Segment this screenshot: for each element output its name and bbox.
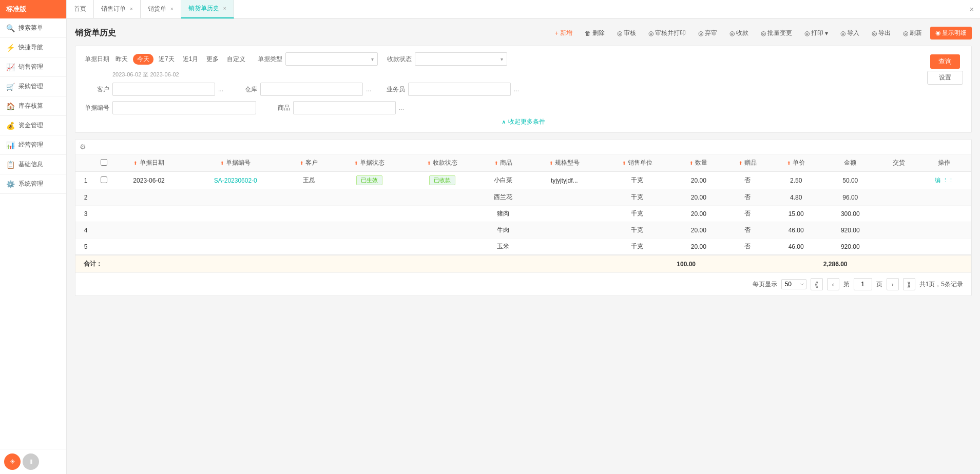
tab-sales-order-close[interactable]: × xyxy=(130,6,133,12)
cell-checkbox[interactable] xyxy=(96,172,111,189)
filter-docno-item: 单据编号 xyxy=(84,101,256,114)
select-all-checkbox[interactable] xyxy=(101,159,107,166)
prev-page-btn[interactable]: ‹ xyxy=(827,278,839,290)
collect-button[interactable]: ◎ 收款 xyxy=(725,27,753,40)
audit-button[interactable]: ◎ 审核 xyxy=(613,27,640,40)
cell-gift: 否 xyxy=(723,172,772,189)
sidebar: 标准版 🔍 搜索菜单 ⚡ 快捷导航 📈 销售管理 🛒 采购管理 🏠 库存核算 💰… xyxy=(0,0,67,474)
import-button[interactable]: ◎ 导入 xyxy=(836,27,863,40)
cell-checkbox[interactable] xyxy=(96,206,111,222)
abandon-button[interactable]: ◎ 弃审 xyxy=(694,27,721,40)
row-checkbox[interactable] xyxy=(101,176,107,183)
last-page-btn[interactable]: ⟫ xyxy=(903,278,915,290)
table-settings-icon[interactable]: ⚙ xyxy=(80,143,86,151)
cell-docno[interactable] xyxy=(186,222,284,239)
col-doc-status[interactable]: ⬆ 单据状态 xyxy=(333,154,406,172)
date-yesterday-btn[interactable]: 昨天 xyxy=(112,54,131,65)
filter-warehouse-input[interactable] xyxy=(260,83,363,96)
sidebar-bottom-btn1[interactable]: ☀ xyxy=(4,453,21,470)
first-page-btn[interactable]: ⟪ xyxy=(811,278,823,290)
audit-icon: ◎ xyxy=(617,30,622,37)
base-info-icon: 📋 xyxy=(6,161,14,169)
col-qty[interactable]: ⬆ 数量 xyxy=(674,154,723,172)
sidebar-bottom-btn2[interactable]: ⏸ xyxy=(23,453,39,470)
tab-sales-history[interactable]: 销货单历史 × xyxy=(181,0,234,18)
cell-docno[interactable]: SA-20230602-0 xyxy=(186,172,284,189)
col-checkbox[interactable] xyxy=(96,154,111,172)
tab-sales-delivery-close[interactable]: × xyxy=(170,6,174,12)
summary-action-placeholder xyxy=(917,255,971,272)
cell-checkbox[interactable] xyxy=(96,189,111,206)
cell-docno[interactable] xyxy=(186,239,284,255)
sidebar-item-sys-mgmt[interactable]: ⚙️ 系统管理 xyxy=(0,174,66,194)
print-button[interactable]: ◎ 打印 ▾ xyxy=(800,27,832,40)
refresh-button[interactable]: ◎ 刷新 xyxy=(899,27,926,40)
col-unit[interactable]: ⬆ 销售单位 xyxy=(601,154,674,172)
date-more-btn[interactable]: 更多 xyxy=(203,54,222,65)
tab-home[interactable]: 首页 xyxy=(67,0,94,18)
sidebar-item-finance[interactable]: 💰 资金管理 xyxy=(0,116,66,135)
col-customer[interactable]: ⬆ 客户 xyxy=(284,154,333,172)
filter-customer-dots[interactable]: ... xyxy=(218,86,223,93)
cell-checkbox[interactable] xyxy=(96,222,111,239)
new-button[interactable]: + 新增 xyxy=(551,27,577,40)
collapse-button[interactable]: ∧ 收起更多条件 xyxy=(84,117,963,126)
tab-sales-history-close[interactable]: × xyxy=(223,6,226,11)
col-spec[interactable]: ⬆ 规格型号 xyxy=(528,154,601,172)
cell-gift: 否 xyxy=(723,189,772,206)
filter-pay-status-select[interactable] xyxy=(415,52,507,66)
sidebar-item-search-menu[interactable]: 🔍 搜索菜单 xyxy=(0,18,66,38)
sidebar-item-ops[interactable]: 📊 经营管理 xyxy=(0,135,66,155)
tab-sales-order[interactable]: 销售订单 × xyxy=(94,0,141,18)
date-quick-buttons: 昨天 今天 近7天 近1月 更多 自定义 xyxy=(112,54,248,65)
col-goods[interactable]: ⬆ 商品 xyxy=(479,154,528,172)
date-1month-btn[interactable]: 近1月 xyxy=(180,54,202,65)
col-date[interactable]: ⬆ 单据日期 xyxy=(111,154,186,172)
sidebar-item-quick-nav[interactable]: ⚡ 快捷导航 xyxy=(0,38,66,57)
sidebar-item-base-info[interactable]: 📋 基础信息 xyxy=(0,155,66,174)
tab-bar-close-btn[interactable]: × xyxy=(968,5,976,13)
page-number-input[interactable]: 1 xyxy=(854,278,872,290)
filter-salesperson-input[interactable] xyxy=(408,83,511,96)
show-detail-button[interactable]: ◉ 显示明细 xyxy=(930,27,972,40)
tab-sales-delivery[interactable]: 销货单 × xyxy=(141,0,181,18)
sidebar-item-inventory[interactable]: 🏠 库存核算 xyxy=(0,96,66,116)
cell-docno[interactable] xyxy=(186,206,284,222)
filter-salesperson-dots[interactable]: ... xyxy=(514,86,519,93)
filter-pay-status-dropdown[interactable] xyxy=(415,52,507,66)
audit-print-label: 审核并打印 xyxy=(655,29,686,37)
col-docno[interactable]: ⬆ 单据编号 xyxy=(186,154,284,172)
more-action-btn[interactable]: ⋮⋮ xyxy=(943,177,954,183)
col-pay-status[interactable]: ⬆ 收款状态 xyxy=(406,154,479,172)
cell-price: 46.00 xyxy=(772,222,820,239)
query-button[interactable]: 查询 xyxy=(930,54,960,69)
data-table: ⬆ 单据日期 ⬆ 单据编号 ⬆ 客户 ⬆ 单据状态 ⬆ 收款状态 ⬆ 商品 ⬆ … xyxy=(75,154,971,272)
cell-docno[interactable] xyxy=(186,189,284,206)
filter-type-select[interactable] xyxy=(285,52,378,66)
sidebar-item-label: 搜索菜单 xyxy=(18,24,43,32)
batch-change-button[interactable]: ◎ 批量变更 xyxy=(757,27,796,40)
filter-docno-input[interactable] xyxy=(112,101,256,114)
edit-action-btn[interactable]: 编 xyxy=(935,177,940,183)
col-gift[interactable]: ⬆ 赠品 xyxy=(723,154,772,172)
export-button[interactable]: ◎ 导出 xyxy=(868,27,895,40)
cell-checkbox[interactable] xyxy=(96,239,111,255)
sidebar-item-sales-mgmt[interactable]: 📈 销售管理 xyxy=(0,57,66,77)
filter-type-dropdown[interactable] xyxy=(285,52,378,66)
filter-goods-dots[interactable]: ... xyxy=(399,104,404,111)
audit-print-button[interactable]: ◎ 审核并打印 xyxy=(644,27,690,40)
per-page-select[interactable]: 50 20 100 xyxy=(781,279,806,289)
filter-customer-input[interactable] xyxy=(112,83,215,96)
next-page-btn[interactable]: › xyxy=(887,278,899,290)
date-7days-btn[interactable]: 近7天 xyxy=(156,54,178,65)
date-custom-btn[interactable]: 自定义 xyxy=(224,54,248,65)
filter-goods-input[interactable] xyxy=(293,101,396,114)
sidebar-item-purchase-mgmt[interactable]: 🛒 采购管理 xyxy=(0,77,66,96)
cell-gift: 否 xyxy=(723,206,772,222)
set-button[interactable]: 设置 xyxy=(927,71,963,85)
col-price[interactable]: ⬆ 单价 xyxy=(772,154,820,172)
export-icon: ◎ xyxy=(872,30,877,37)
filter-warehouse-dots[interactable]: ... xyxy=(366,86,371,93)
date-today-btn[interactable]: 今天 xyxy=(133,54,153,65)
delete-button[interactable]: 🗑 删除 xyxy=(581,27,609,40)
